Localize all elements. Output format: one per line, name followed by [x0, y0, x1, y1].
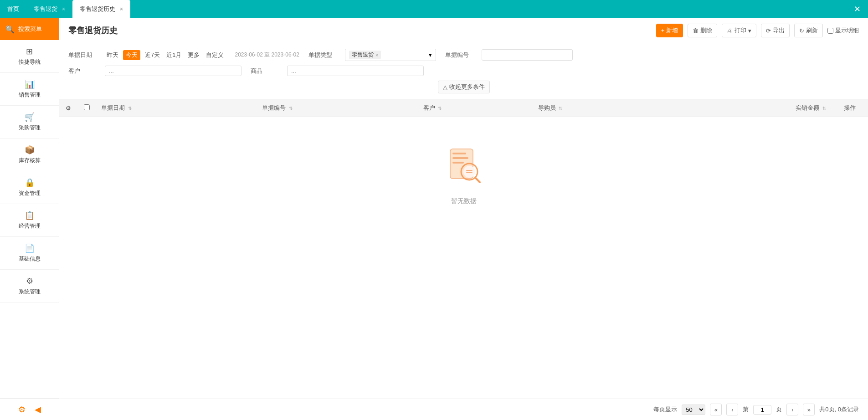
page-unit: 页	[776, 405, 782, 414]
last-page-btn[interactable]: »	[803, 404, 815, 415]
sidebar-item-system-mgmt-label: 系统管理	[19, 288, 41, 296]
export-icon: ⟳	[766, 27, 771, 34]
guide-sort-icon[interactable]: ⇅	[559, 106, 562, 111]
next-page-icon: ›	[791, 406, 793, 413]
show-detail-checkbox[interactable]	[827, 28, 833, 34]
sidebar-search[interactable]: 🔍 搜索菜单	[0, 18, 59, 40]
goods-select[interactable]: ...	[287, 66, 424, 76]
customer-sort-icon[interactable]: ⇅	[438, 106, 442, 111]
add-button[interactable]: + 新增	[656, 24, 683, 37]
sidebar-item-inventory-label: 库存核算	[19, 157, 41, 164]
th-guide: 导购员 ⇅	[533, 99, 671, 117]
page-header: 零售退货历史 + 新增 🗑 删除 🖨 打印 ▾ ⟳ 导出 ↻	[59, 18, 868, 43]
toolbar: + 新增 🗑 删除 🖨 打印 ▾ ⟳ 导出 ↻ 刷新	[656, 24, 859, 37]
data-table: ⚙ 单据日期 ⇅ 单据编号 ⇅	[59, 99, 868, 117]
date-filter-label: 单据日期	[68, 51, 96, 59]
print-chevron-icon: ▾	[748, 27, 751, 34]
window-close-button[interactable]: ✕	[847, 0, 868, 18]
basic-info-icon: 📄	[25, 243, 35, 253]
goods-placeholder: ...	[291, 67, 296, 74]
export-button[interactable]: ⟳ 导出	[761, 24, 790, 37]
customer-filter-label: 客户	[68, 67, 96, 75]
sidebar-item-basic-info[interactable]: 📄 基础信息	[0, 237, 59, 270]
collapse-more-btn[interactable]: △ 收起更多条件	[438, 81, 490, 93]
show-detail-label: 显示明细	[835, 26, 859, 35]
purchase-icon: 🛒	[25, 112, 35, 122]
svg-rect-2	[452, 157, 468, 159]
date-opt-more[interactable]: 更多	[186, 50, 201, 60]
tab-home[interactable]: 首页	[0, 0, 26, 18]
customer-placeholder: ...	[109, 67, 114, 74]
refresh-button[interactable]: ↻ 刷新	[794, 24, 823, 37]
voucher-type-select[interactable]: 零售退货 × ▾	[345, 49, 436, 61]
th-actions: 操作	[832, 99, 868, 117]
settings-icon[interactable]: ⚙	[66, 105, 71, 112]
sidebar-item-sales-label: 销售管理	[19, 91, 41, 99]
voucher-type-label: 单据类型	[308, 51, 336, 59]
settings-bottom-icon[interactable]: ⚙	[18, 405, 26, 415]
th-actions-label: 操作	[844, 104, 856, 111]
th-checkbox	[77, 99, 96, 117]
sidebar-item-sales-mgmt[interactable]: 📊 销售管理	[0, 73, 59, 106]
collapse-chevron-icon: △	[443, 84, 447, 91]
print-button[interactable]: 🖨 打印 ▾	[722, 24, 756, 37]
first-page-btn[interactable]: «	[710, 404, 722, 415]
tab-retail-return[interactable]: 零售退货 ×	[26, 0, 72, 18]
tab-retail-return-history-close[interactable]: ×	[120, 6, 123, 12]
date-opt-custom[interactable]: 自定义	[204, 50, 226, 60]
date-range-display: 2023-06-02 至 2023-06-02	[235, 51, 299, 59]
voucher-no-sort-icon[interactable]: ⇅	[289, 106, 293, 111]
top-bar-spacer	[130, 0, 847, 18]
th-amount-label: 实销金额	[796, 104, 819, 111]
sidebar-item-purchase-label: 采购管理	[19, 124, 41, 132]
tab-home-label: 首页	[7, 5, 19, 13]
sidebar-item-operations[interactable]: 📋 经营管理	[0, 204, 59, 237]
th-voucher-no-label: 单据编号	[262, 104, 286, 111]
prev-page-btn[interactable]: ‹	[726, 404, 738, 415]
select-all-checkbox[interactable]	[84, 104, 90, 110]
svg-rect-1	[452, 153, 466, 154]
content-area: 零售退货历史 + 新增 🗑 删除 🖨 打印 ▾ ⟳ 导出 ↻	[59, 18, 868, 420]
voucher-type-remove[interactable]: ×	[375, 52, 378, 58]
th-date: 单据日期 ⇅	[96, 99, 257, 117]
sidebar-item-finance[interactable]: 🔒 资金管理	[0, 171, 59, 204]
sidebar-item-quick-nav[interactable]: ⊞ 快捷导航	[0, 40, 59, 73]
search-icon: 🔍	[5, 25, 15, 34]
tab-retail-return-history[interactable]: 零售退货历史 ×	[72, 0, 130, 18]
svg-rect-3	[452, 162, 464, 164]
tab-retail-return-label: 零售退货	[34, 5, 57, 13]
th-voucher-no: 单据编号 ⇅	[257, 99, 417, 117]
sidebar-item-operations-label: 经营管理	[19, 222, 41, 230]
table-header-row: ⚙ 单据日期 ⇅ 单据编号 ⇅	[59, 99, 868, 117]
delete-icon: 🗑	[693, 27, 699, 34]
svg-point-5	[463, 166, 475, 178]
delete-button[interactable]: 🗑 删除	[688, 24, 717, 37]
tab-retail-return-close[interactable]: ×	[62, 6, 65, 12]
page-number-input[interactable]	[753, 405, 771, 415]
export-label: 导出	[773, 26, 785, 35]
collapse-btn-label: 收起更多条件	[449, 83, 485, 91]
sidebar-item-purchase-mgmt[interactable]: 🛒 采购管理	[0, 106, 59, 138]
voucher-no-input[interactable]	[482, 49, 573, 61]
sidebar-item-system-mgmt[interactable]: ⚙ 系统管理	[0, 270, 59, 302]
next-page-btn[interactable]: ›	[786, 404, 798, 415]
th-settings: ⚙	[59, 99, 77, 117]
total-info: 共0页, 0条记录	[819, 405, 859, 414]
voucher-type-value: 零售退货	[352, 51, 374, 59]
page-size-select[interactable]: 50 10 20 100	[682, 405, 705, 415]
finance-icon: 🔒	[25, 178, 35, 188]
date-opt-today[interactable]: 今天	[123, 50, 140, 60]
sales-icon: 📊	[25, 79, 35, 89]
date-opt-7days[interactable]: 近7天	[143, 50, 162, 60]
filter-row-2: 客户 ... 商品 ...	[68, 66, 859, 76]
customer-select[interactable]: ...	[105, 66, 241, 76]
date-opt-yesterday[interactable]: 昨天	[105, 50, 120, 60]
collapse-sidebar-icon[interactable]: ◀	[35, 405, 41, 415]
date-sort-icon[interactable]: ⇅	[128, 106, 132, 111]
amount-sort-icon[interactable]: ⇅	[822, 106, 826, 111]
th-guide-label: 导购员	[538, 104, 556, 111]
show-detail-toggle[interactable]: 显示明细	[827, 26, 859, 35]
sidebar-item-basic-info-label: 基础信息	[19, 255, 41, 263]
sidebar-item-inventory[interactable]: 📦 库存核算	[0, 138, 59, 171]
date-opt-1month[interactable]: 近1月	[164, 50, 183, 60]
